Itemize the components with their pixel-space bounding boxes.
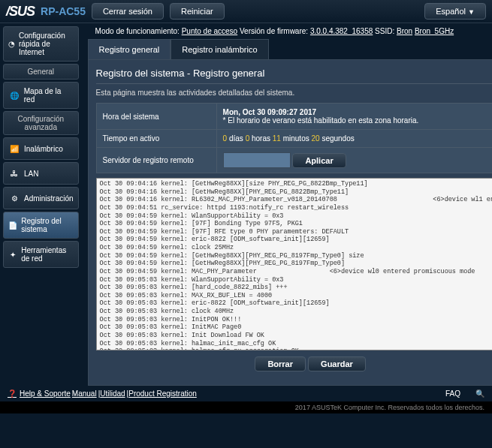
- sidebar-item-network-tools[interactable]: ✦ Herramientas de red: [3, 241, 79, 268]
- remote-log-input[interactable]: [223, 152, 291, 168]
- chevron-down-icon: ▼: [468, 8, 475, 16]
- mode-link[interactable]: Punto de acceso: [182, 27, 238, 35]
- sidebar-item-quick-setup[interactable]: ◔ Configuración rápida de Internet: [3, 26, 79, 62]
- globe-icon: 🌐: [8, 89, 20, 101]
- uptime-minutes: 11: [273, 134, 281, 143]
- sidebar-item-system-log[interactable]: 📄 Registro del sistema: [3, 212, 79, 239]
- manual-link[interactable]: Manual: [72, 389, 97, 398]
- uptime-seconds: 20: [311, 134, 319, 143]
- system-time-value: Mon, Oct 30 09:09:27 2017: [223, 108, 317, 116]
- sidebar-item-label: Mapa de la red: [24, 87, 74, 104]
- log-textarea[interactable]: Oct 30 09:04:16 kernel: [GetHwReg88XX][s…: [96, 178, 492, 350]
- firmware-link[interactable]: 3.0.0.4.382_16358: [310, 27, 373, 35]
- ssid-label: SSID:: [375, 27, 394, 35]
- ssid-link-1[interactable]: Bron: [397, 27, 412, 35]
- sidebar-section-general: General: [3, 64, 79, 80]
- tab-bar: Registro general Registro inalámbrico: [88, 39, 492, 59]
- clear-button[interactable]: Borrar: [255, 356, 306, 371]
- fw-label: Versión de firmware:: [240, 27, 308, 35]
- gear-icon: ⚙: [8, 192, 20, 204]
- row-remote-log: Servidor de registro remoto Aplicar: [96, 148, 492, 173]
- sidebar-item-administration[interactable]: ⚙ Administración: [3, 187, 79, 209]
- panel-title: Registro del sistema - Registro general: [96, 68, 492, 84]
- info-table: Hora del sistema Mon, Oct 30 09:09:27 20…: [96, 103, 492, 173]
- tab-general-log[interactable]: Registro general: [88, 39, 171, 59]
- sidebar-item-wireless[interactable]: 📶 Inalámbrico: [3, 137, 79, 160]
- uptime-minutes-unit: minutos: [283, 134, 309, 143]
- brand-logo: /SUS: [6, 4, 35, 20]
- sidebar-item-label: Configuración rápida de Internet: [19, 32, 74, 56]
- row-uptime: Tiempo en activo 0 días 0 horas 11 minut…: [96, 130, 492, 148]
- reboot-button[interactable]: Reiniciar: [170, 3, 225, 20]
- wifi-icon: 📶: [8, 143, 20, 155]
- ssid-link-2[interactable]: Bron_5GHz: [415, 27, 454, 35]
- sidebar-item-label: LAN: [24, 170, 38, 178]
- language-selector[interactable]: Español ▼: [424, 3, 486, 20]
- uptime-hours: 0: [246, 134, 250, 143]
- tab-wireless-log[interactable]: Registro inalámbrico: [171, 39, 268, 59]
- uptime-days: 0: [223, 134, 228, 143]
- header-bar: /SUS RP-AC55 Cerrar sesión Reiniciar Esp…: [0, 0, 492, 23]
- system-time-label: Hora del sistema: [96, 104, 216, 130]
- sidebar-item-network-map[interactable]: 🌐 Mapa de la red: [3, 82, 79, 109]
- utility-link[interactable]: Utilidad: [100, 389, 125, 398]
- wrench-icon: ✦: [8, 248, 17, 260]
- sidebar-item-lan[interactable]: 🖧 LAN: [3, 162, 79, 185]
- help-label: Help & Soporte: [20, 389, 71, 398]
- panel-description: Esta página muestra las actividades deta…: [96, 89, 492, 97]
- footer-bar: ❓ Help & Soporte Manual | Utilidad | Pro…: [0, 386, 492, 401]
- sidebar-section-advanced: Configuración avanzada: [3, 111, 79, 135]
- save-button[interactable]: Guardar: [308, 356, 366, 371]
- model-label: RP-AC55: [41, 5, 86, 17]
- search-icon[interactable]: 🔍: [475, 389, 484, 398]
- sidebar-item-label: Registro del sistema: [21, 217, 73, 233]
- sidebar-item-label: Herramientas de red: [21, 246, 73, 263]
- row-system-time: Hora del sistema Mon, Oct 30 09:09:27 20…: [96, 104, 492, 130]
- uptime-days-unit: días: [229, 134, 243, 143]
- log-panel: Registro del sistema - Registro general …: [88, 59, 492, 386]
- sidebar-item-label: Inalámbrico: [24, 145, 63, 153]
- copyright: 2017 ASUSTeK Computer Inc. Reservados to…: [0, 401, 492, 413]
- gauge-icon: ◔: [8, 38, 15, 50]
- logout-button[interactable]: Cerrar sesión: [92, 3, 164, 20]
- help-link[interactable]: ❓ Help & Soporte: [8, 389, 71, 398]
- product-registration-link[interactable]: Product Registration: [128, 389, 197, 398]
- apply-button[interactable]: Aplicar: [292, 153, 346, 168]
- sidebar: ◔ Configuración rápida de Internet Gener…: [0, 23, 82, 386]
- sidebar-item-label: Administración: [24, 194, 74, 203]
- language-label: Español: [436, 7, 466, 16]
- uptime-seconds-unit: segundos: [321, 134, 354, 143]
- lan-icon: 🖧: [8, 167, 20, 179]
- uptime-label: Tiempo en activo: [96, 130, 216, 148]
- document-icon: 📄: [8, 219, 17, 231]
- content-area: Modo de funcionamiento: Punto de acceso …: [82, 23, 492, 386]
- question-icon: ❓: [8, 389, 17, 398]
- remote-log-label: Servidor de registro remoto: [96, 148, 216, 173]
- faq-link[interactable]: FAQ: [445, 389, 460, 398]
- uptime-hours-unit: horas: [252, 134, 270, 143]
- dst-note: * El horario de verano está habilitado e…: [223, 116, 419, 125]
- info-bar: Modo de funcionamiento: Punto de acceso …: [88, 23, 492, 39]
- mode-label: Modo de funcionamiento:: [95, 27, 180, 35]
